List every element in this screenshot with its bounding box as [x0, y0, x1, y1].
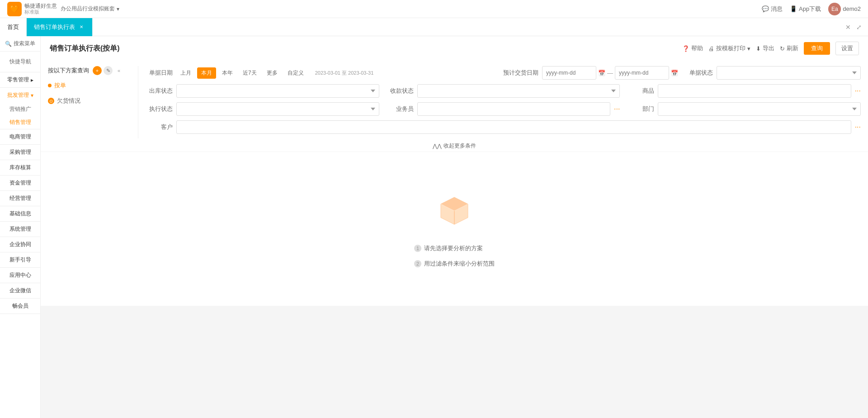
empty-step-2: 2 用过滤条件来缩小分析范围: [414, 258, 495, 270]
breadcrumb: 办公用品行业模拟账套 ▾: [61, 5, 119, 13]
scheme-item-press[interactable]: 按单: [48, 79, 132, 92]
sidebar-item-ops[interactable]: 经营管理: [0, 191, 40, 206]
dept-label: 部门: [627, 105, 654, 113]
expand-window-icon[interactable]: ⤢: [855, 24, 863, 31]
sidebar: 🔍 搜索菜单 快捷导航 零售管理 ▸ 批发管理 ▾ 营销推广 销售管理: [0, 36, 41, 418]
sidebar-item-purchase[interactable]: 采购管理: [0, 145, 40, 160]
sidebar-item-ecommerce[interactable]: 电商管理: [0, 129, 40, 145]
status-select[interactable]: [717, 66, 861, 80]
exec-select[interactable]: [176, 102, 379, 116]
customer-dots[interactable]: ···: [855, 124, 861, 131]
filter-right: 单据日期 上月 本月 本年 近7天 更多 自定义 2023-03-01 至 20…: [138, 66, 861, 138]
staff-dots[interactable]: ···: [614, 105, 620, 113]
sidebar-item-finance[interactable]: 资金管理: [0, 176, 40, 191]
tab-home[interactable]: 首页: [0, 18, 27, 36]
close-tab-icon[interactable]: ✕: [78, 24, 85, 31]
avatar-text: Ea: [831, 6, 838, 12]
help-icon: ❓: [682, 45, 689, 52]
close-window-icon[interactable]: ✕: [844, 24, 852, 31]
date-tab-prev-month[interactable]: 上月: [176, 67, 195, 79]
export-button[interactable]: ⬇ 导出: [756, 44, 774, 52]
empty-icon: [432, 188, 477, 233]
page-title: 销售订单执行表(按单): [50, 44, 120, 53]
collapse-scheme-button[interactable]: «: [114, 66, 123, 75]
scheme-dot: [48, 84, 52, 87]
calendar-icon-1[interactable]: 📅: [598, 70, 605, 76]
dept-select[interactable]: [658, 102, 861, 116]
search-icon: 🔍: [5, 41, 12, 47]
date-range-display: 2023-03-01 至 2023-03-31: [315, 70, 374, 76]
date-tab-current-year[interactable]: 本年: [218, 67, 237, 79]
scheme-item-debt[interactable]: ⊙ 欠货情况: [48, 94, 132, 108]
sidebar-item-marketing[interactable]: 营销推广: [0, 103, 40, 116]
sidebar-item-retail[interactable]: 零售管理 ▸: [0, 72, 40, 87]
goods-label: 商品: [627, 87, 654, 95]
tab-bar: 首页 销售订单执行表 ✕ ✕ ⤢: [0, 18, 868, 36]
receipt-select[interactable]: [417, 84, 620, 98]
sidebar-item-wechat[interactable]: 企业微信: [0, 283, 40, 299]
help-button[interactable]: ❓ 帮助: [682, 44, 703, 52]
sidebar-item-newbie[interactable]: 新手引导: [0, 252, 40, 268]
calendar-icon-2[interactable]: 📅: [671, 70, 678, 76]
customer-input[interactable]: [176, 120, 851, 134]
top-bar-right: 💬 消息 📱 App下载 Ea demo2: [762, 3, 861, 15]
staff-filter-group: 业务员 ···: [387, 102, 620, 116]
print-button[interactable]: 🖨 按模板打印 ▾: [708, 44, 750, 52]
status-label: 单据状态: [686, 69, 713, 77]
exec-label: 执行状态: [146, 105, 173, 113]
sidebar-search[interactable]: 🔍 搜索菜单: [0, 36, 40, 52]
sidebar-item-system[interactable]: 系统管理: [0, 222, 40, 237]
date-tab-custom[interactable]: 自定义: [283, 67, 308, 79]
receipt-filter-group: 收款状态: [387, 84, 620, 98]
status-filter-group: 单据状态: [686, 66, 861, 80]
start-date-input[interactable]: [542, 66, 596, 80]
date-tabs: 上月 本月 本年 近7天 更多 自定义: [176, 67, 308, 79]
chevron-down-icon[interactable]: ▾: [117, 6, 119, 12]
filter-row-1: 单据日期 上月 本月 本年 近7天 更多 自定义 2023-03-01 至 20…: [146, 66, 861, 80]
outbound-filter-group: 出库状态: [146, 84, 379, 98]
search-button[interactable]: 查询: [804, 42, 830, 55]
export-icon: ⬇: [756, 45, 761, 52]
filter-icons: + ✎ «: [93, 66, 123, 75]
customer-label: 客户: [146, 123, 173, 131]
end-date-input[interactable]: [615, 66, 669, 80]
setting-button[interactable]: 设置: [835, 42, 859, 55]
sidebar-item-wholesale[interactable]: 批发管理 ▾: [0, 88, 40, 103]
collapse-button[interactable]: ⋀⋀ 收起更多条件: [433, 142, 476, 150]
date-tab-current-month[interactable]: 本月: [197, 67, 216, 79]
app-download-action[interactable]: 📱 App下载: [790, 5, 821, 13]
print-icon: 🖨: [708, 45, 714, 52]
sidebar-quick-nav[interactable]: 快捷导航: [0, 52, 40, 72]
top-bar: 🧡 畅捷通好生意 标准版 办公用品行业模拟账套 ▾ 💬 消息 📱 App下载 E…: [0, 0, 868, 18]
add-scheme-button[interactable]: +: [93, 66, 102, 75]
date-tab-7-days[interactable]: 近7天: [239, 67, 261, 79]
sidebar-item-sales-mgmt[interactable]: 销售管理: [0, 116, 40, 129]
collapse-row: ⋀⋀ 收起更多条件: [48, 138, 861, 152]
staff-input[interactable]: [417, 102, 610, 116]
tab-sales-order[interactable]: 销售订单执行表 ✕: [27, 18, 93, 36]
dept-filter-group: 部门: [627, 102, 861, 116]
sidebar-item-basic[interactable]: 基础信息: [0, 206, 40, 222]
refresh-button[interactable]: ↻ 刷新: [780, 44, 798, 52]
message-action[interactable]: 💬 消息: [762, 5, 783, 13]
phone-icon: 📱: [790, 5, 797, 12]
sidebar-item-quick-nav[interactable]: 快捷导航: [0, 54, 40, 69]
sidebar-item-inventory[interactable]: 库存核算: [0, 160, 40, 176]
chevron-right-icon: ▸: [31, 77, 33, 83]
edit-scheme-button[interactable]: ✎: [104, 66, 113, 75]
header-actions: ❓ 帮助 🖨 按模板打印 ▾ ⬇ 导出 ↻ 刷新 查询: [682, 42, 859, 55]
filter-left: 按以下方案查询 + ✎ « 按单 ⊙: [48, 66, 138, 138]
goods-dots[interactable]: ···: [855, 87, 861, 95]
step-1-num: 1: [414, 245, 421, 252]
outbound-select[interactable]: [176, 84, 379, 98]
sidebar-item-apps[interactable]: 应用中心: [0, 268, 40, 283]
logo-icon: 🧡: [7, 2, 22, 16]
date-filter-group: 单据日期 上月 本月 本年 近7天 更多 自定义 2023-03-01 至 20…: [146, 67, 496, 79]
goods-input[interactable]: [658, 84, 851, 98]
empty-state: 1 请先选择要分析的方案 2 用过滤条件来缩小分析范围: [41, 152, 868, 306]
date-tab-more[interactable]: 更多: [263, 67, 282, 79]
sidebar-item-member[interactable]: 畅会员: [0, 299, 40, 314]
sidebar-item-enterprise[interactable]: 企业协同: [0, 237, 40, 252]
user-profile[interactable]: Ea demo2: [828, 3, 861, 15]
outbound-label: 出库状态: [146, 87, 173, 95]
